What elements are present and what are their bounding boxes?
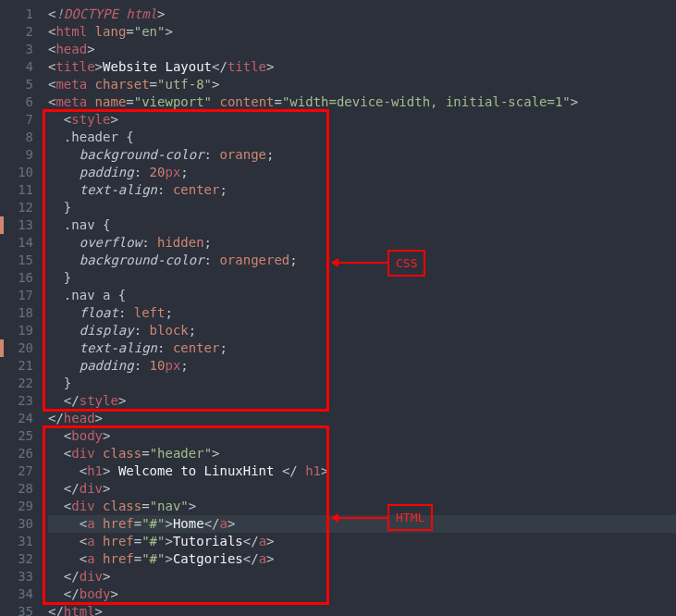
line-number: 5 <box>0 76 33 93</box>
css-label: CSS <box>387 250 425 277</box>
code-line: .header { <box>48 129 676 146</box>
line-number: 31 <box>0 533 33 550</box>
line-number: 14 <box>0 234 33 252</box>
line-number: 26 <box>0 445 33 462</box>
code-line: <!DOCTYPE html> <box>48 6 676 23</box>
line-number: 22 <box>0 375 33 392</box>
code-line: <a href="#">Catgories</a> <box>48 550 676 568</box>
code-line: </div> <box>48 568 676 585</box>
line-number: 29 <box>0 498 33 515</box>
line-number: 6 <box>0 93 33 111</box>
line-number: 32 <box>0 550 33 568</box>
line-number: 12 <box>0 199 33 216</box>
line-number: 13 <box>0 216 33 234</box>
code-line: padding: 20px; <box>48 164 676 181</box>
line-number: 2 <box>0 23 33 41</box>
html-label: HTML <box>387 504 433 531</box>
line-number: 24 <box>0 410 33 427</box>
line-number: 1 <box>0 6 33 23</box>
line-number: 4 <box>0 58 33 76</box>
line-number: 15 <box>0 252 33 269</box>
code-line: <style> <box>48 111 676 129</box>
line-number: 30 <box>0 515 33 533</box>
code-line: <h1> Welcome to LinuxHint </ h1> <box>48 462 676 480</box>
line-number: 10 <box>0 164 33 181</box>
code-line: display: block; <box>48 322 676 339</box>
line-number: 18 <box>0 304 33 322</box>
code-line: <meta name="viewport" content="width=dev… <box>48 93 676 111</box>
line-number: 34 <box>0 585 33 603</box>
code-line: <div class="header"> <box>48 445 676 462</box>
code-line: <meta charset="utf-8"> <box>48 76 676 93</box>
line-number: 19 <box>0 322 33 339</box>
line-number: 25 <box>0 427 33 445</box>
line-number: 16 <box>0 269 33 287</box>
code-line: <head> <box>48 41 676 58</box>
code-line: } <box>48 375 676 392</box>
line-number: 17 <box>0 287 33 304</box>
line-number: 27 <box>0 462 33 480</box>
line-number: 33 <box>0 568 33 585</box>
code-line: </style> <box>48 392 676 410</box>
code-line: <title>Website Layout</title> <box>48 58 676 76</box>
code-line: </head> <box>48 410 676 427</box>
code-line: <body> <box>48 427 676 445</box>
css-callout: CSS <box>332 250 425 277</box>
line-number: 20 <box>0 339 33 357</box>
code-line: .nav a { <box>48 287 676 304</box>
code-line: float: left; <box>48 304 676 322</box>
line-number: 9 <box>0 146 33 164</box>
code-line: padding: 10px; <box>48 357 676 375</box>
code-line: } <box>48 199 676 216</box>
line-number: 21 <box>0 357 33 375</box>
code-line: .nav { <box>48 216 676 234</box>
code-line: </html> <box>48 603 676 616</box>
line-number: 23 <box>0 392 33 410</box>
line-number: 7 <box>0 111 33 129</box>
code-line: </div> <box>48 480 676 498</box>
line-number-gutter: 1234567891011121314151617181920212223242… <box>0 0 41 616</box>
code-line: <html lang="en"> <box>48 23 676 41</box>
line-number: 3 <box>0 41 33 58</box>
line-number: 11 <box>0 181 33 199</box>
line-number: 35 <box>0 603 33 616</box>
code-editor: 1234567891011121314151617181920212223242… <box>0 0 676 616</box>
line-number: 8 <box>0 129 33 146</box>
line-number: 28 <box>0 480 33 498</box>
code-line: text-align: center; <box>48 339 676 357</box>
code-line: <a href="#">Tutorials</a> <box>48 533 676 550</box>
html-callout: HTML <box>332 504 433 531</box>
code-line: text-align: center; <box>48 181 676 199</box>
code-line: background-color: orange; <box>48 146 676 164</box>
code-line: </body> <box>48 585 676 603</box>
